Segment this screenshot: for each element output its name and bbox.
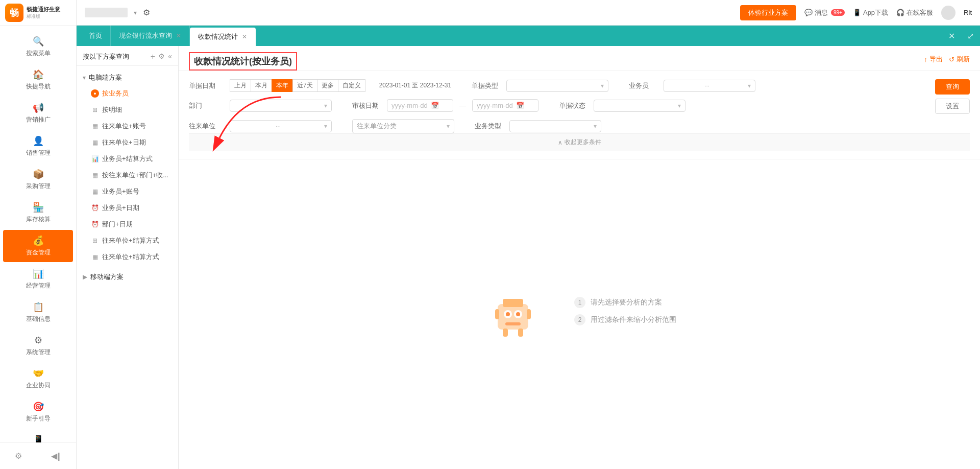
- sidebar-item-marketing[interactable]: 📢 营销推广: [3, 97, 73, 129]
- tree-item-partner-date[interactable]: ▦ 往来单位+日期: [77, 134, 178, 151]
- tree-label-partner-account: 往来单位+账号: [102, 122, 146, 131]
- query-button[interactable]: 查询: [935, 79, 970, 95]
- add-scheme-btn[interactable]: +: [151, 52, 155, 61]
- date-tab-last-month[interactable]: 上月: [230, 79, 251, 92]
- headset-icon: 🎧: [896, 9, 904, 16]
- sidebar-item-basic[interactable]: 📋 基础信息: [3, 296, 73, 329]
- messages-btn[interactable]: 💬 消息 99+: [804, 8, 845, 17]
- tree-item-partner-settle2[interactable]: ▦ 往来单位+结算方式: [77, 249, 178, 265]
- collapse-more-conditions[interactable]: ∧ 收起更多条件: [189, 133, 970, 151]
- message-icon: 💬: [804, 9, 813, 16]
- date-tab-this-year[interactable]: 本年: [272, 79, 293, 92]
- business-type-group: 业务类型 ▾: [475, 120, 601, 132]
- search-nav-icon: 🔍: [33, 36, 44, 47]
- sidebar-collapse-btn[interactable]: ◀‖: [48, 448, 64, 464]
- date-tab-this-month[interactable]: 本月: [251, 79, 272, 92]
- hardware-nav-icon: 📱: [33, 434, 44, 442]
- user-avatar[interactable]: [941, 6, 955, 20]
- dept-select[interactable]: ▾: [230, 100, 332, 112]
- sidebar-bottom: ⚙ ◀‖: [0, 442, 76, 469]
- doc-status-select[interactable]: ▾: [594, 100, 685, 112]
- query-buttons: 查询 设置: [935, 79, 970, 114]
- business-type-select[interactable]: ▾: [509, 120, 601, 132]
- doc-type-group: 单据类型 ▾: [472, 80, 608, 92]
- tab-window-close-btn[interactable]: ✕: [942, 31, 961, 41]
- partner-category-select[interactable]: 往来单位分类 ▾: [352, 119, 454, 133]
- sidebar: 畅 畅捷通好生意 标准版 🔍 搜索菜单 🏠 快捷导航 📢 营销推广 👤 销售管理…: [0, 0, 77, 469]
- tab-collection[interactable]: 收款情况统计 ✕: [190, 28, 256, 46]
- review-to-placeholder: yyyy-mm-dd: [477, 102, 513, 109]
- app-badge: 标准版: [27, 13, 60, 20]
- detail-icon: ⊞: [91, 106, 99, 114]
- empty-area: 1 请先选择要分析的方案 2 用过滤条件来缩小分析范围: [179, 159, 980, 469]
- dept-arrow-icon: ▾: [324, 102, 327, 109]
- sales-nav-icon: 👤: [33, 135, 44, 147]
- tab-window-expand-btn[interactable]: ⤢: [961, 31, 980, 41]
- trial-button[interactable]: 体验行业方案: [740, 5, 796, 20]
- sidebar-item-sales[interactable]: 👤 销售管理: [3, 130, 73, 162]
- sidebar-item-enterprise[interactable]: 🤝 企业协同: [3, 363, 73, 395]
- tab-bank[interactable]: 现金银行流水查询 ✕: [111, 26, 190, 46]
- review-date-from[interactable]: yyyy-mm-dd 📅: [387, 99, 453, 112]
- tree-label-partner-date: 往来单位+日期: [102, 138, 146, 147]
- online-service-label: 在线客服: [906, 8, 933, 17]
- tab-collection-close-icon[interactable]: ✕: [242, 33, 247, 40]
- refresh-label: 刷新: [957, 55, 970, 64]
- empty-content: 1 请先选择要分析的方案 2 用过滤条件来缩小分析范围: [482, 284, 676, 345]
- tab-home[interactable]: 首页: [81, 26, 111, 46]
- tree-item-by-salesman[interactable]: ● 按业务员: [77, 85, 178, 102]
- sidebar-nav: 🔍 搜索菜单 🏠 快捷导航 📢 营销推广 👤 销售管理 📦 采购管理 🏪 库存核…: [0, 26, 76, 442]
- tree-item-salesman-date[interactable]: ⏰ 业务员+日期: [77, 200, 178, 216]
- step-2-text: 用过滤条件来缩小分析范围: [591, 315, 676, 324]
- tree-desktop-parent[interactable]: ▾ 电脑端方案: [77, 70, 178, 85]
- tree-item-salesman-settle[interactable]: 📊 业务员+结算方式: [77, 151, 178, 167]
- tree-item-salesman-account[interactable]: ▦ 业务员+账号: [77, 183, 178, 200]
- sidebar-label-guide: 新手引导: [26, 414, 51, 423]
- tree-item-partner-account[interactable]: ▦ 往来单位+账号: [77, 118, 178, 134]
- sidebar-item-operation[interactable]: 📊 经营管理: [3, 263, 73, 295]
- sidebar-item-system[interactable]: ⚙ 系统管理: [3, 330, 73, 362]
- date-tab-7days[interactable]: 近7天: [292, 79, 317, 92]
- dept-date-icon: ⏰: [91, 220, 99, 228]
- sidebar-settings-btn[interactable]: ⚙: [12, 448, 25, 464]
- tree-mobile-parent[interactable]: ▶ 移动端方案: [77, 269, 178, 285]
- operation-nav-icon: 📊: [33, 268, 44, 279]
- svg-point-5: [506, 312, 510, 316]
- date-tab-custom[interactable]: 自定义: [338, 79, 365, 92]
- sidebar-label-basic: 基础信息: [26, 315, 51, 323]
- sidebar-item-guide[interactable]: 🎯 新手引导: [3, 396, 73, 428]
- topbar-gear-icon[interactable]: ⚙: [143, 8, 150, 17]
- sidebar-item-finance[interactable]: 💰 资金管理: [3, 230, 73, 262]
- breadcrumb-dropdown-icon[interactable]: ▾: [134, 9, 137, 16]
- collapse-panel-icon[interactable]: «: [168, 52, 172, 61]
- date-tab-more[interactable]: 更多: [317, 79, 338, 92]
- date-range-display: 2023-01-01 至 2023-12-31: [379, 81, 451, 90]
- doc-status-group: 单据状态 ▾: [559, 100, 685, 112]
- tab-home-label: 首页: [89, 31, 102, 40]
- filter-settings-button[interactable]: 设置: [935, 99, 970, 114]
- tab-bank-close-icon[interactable]: ✕: [176, 32, 181, 39]
- tree-item-partner-settle1[interactable]: ⊞ 往来单位+结算方式: [77, 232, 178, 249]
- salesman-select[interactable]: ··· ▾: [664, 80, 755, 92]
- review-date-to[interactable]: yyyy-mm-dd 📅: [472, 99, 538, 112]
- home-nav-icon: 🏠: [33, 69, 44, 80]
- sidebar-item-inventory[interactable]: 🏪 库存核算: [3, 197, 73, 229]
- partner-select[interactable]: ··· ▾: [230, 120, 332, 132]
- sidebar-item-hardware[interactable]: 📱 智能硬件: [3, 429, 73, 442]
- tree-item-partner-dept[interactable]: ▦ 按往来单位+部门+收...: [77, 167, 178, 183]
- calendar-from-icon[interactable]: 📅: [431, 102, 439, 109]
- app-download-btn[interactable]: 📱 App下载: [853, 8, 888, 17]
- refresh-btn[interactable]: ↺ 刷新: [949, 55, 970, 64]
- tree-section: ▾ 电脑端方案 ● 按业务员 ⊞ 按明细 ▦ 往来单位+账号: [77, 66, 178, 289]
- tree-desktop-label: 电脑端方案: [89, 73, 122, 82]
- online-service-btn[interactable]: 🎧 在线客服: [896, 8, 933, 17]
- sidebar-item-quick-nav[interactable]: 🏠 快捷导航: [3, 64, 73, 96]
- calendar-to-icon[interactable]: 📅: [516, 102, 524, 109]
- doc-type-select[interactable]: ▾: [506, 80, 608, 92]
- tree-item-dept-date[interactable]: ⏰ 部门+日期: [77, 216, 178, 232]
- sidebar-item-search[interactable]: 🔍 搜索菜单: [3, 31, 73, 63]
- sidebar-item-purchase[interactable]: 📦 采购管理: [3, 163, 73, 196]
- scheme-settings-icon[interactable]: ⚙: [158, 52, 165, 61]
- export-btn[interactable]: ↑ 导出: [924, 55, 943, 64]
- tree-item-by-detail[interactable]: ⊞ 按明细: [77, 102, 178, 118]
